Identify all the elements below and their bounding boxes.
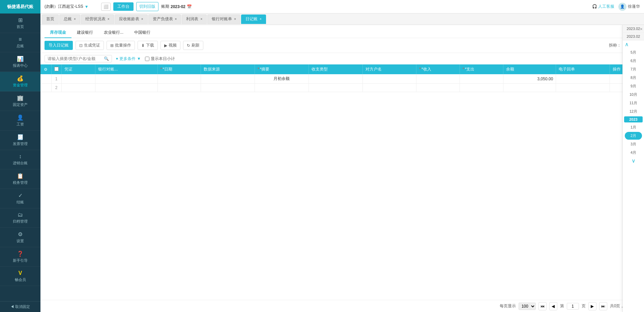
home-icon: ⊞ [18, 17, 23, 23]
date-month-3[interactable]: 3月 [625, 140, 642, 148]
select-all-checkbox[interactable] [54, 67, 59, 71]
date-month-11[interactable]: 11月 [625, 99, 642, 107]
date-month-12[interactable]: 12月 [625, 108, 642, 115]
tab-management-close[interactable]: × [108, 17, 110, 21]
app-logo: 畅捷通易代账 [0, 0, 40, 13]
unfix-sidebar-button[interactable]: ◀ 取消固定 [0, 301, 40, 312]
sidebar-item-tax[interactable]: 📋 税务管理 [0, 169, 40, 189]
sidebar-item-report[interactable]: 📊 报表中心 [0, 52, 40, 72]
last-page-button[interactable]: ⏭ [599, 302, 607, 310]
date-month-8[interactable]: 8月 [625, 74, 642, 82]
date-month-4[interactable]: 4月 [625, 149, 642, 157]
page-number-input[interactable] [567, 303, 579, 310]
video-button[interactable]: ▶ 视频 [160, 41, 180, 50]
date-month-6[interactable]: 6月 [625, 57, 642, 65]
date-panel-header-2: 2023.02 [623, 33, 644, 40]
period-label: 账期 [161, 4, 169, 9]
tab-journal[interactable]: 日记账 × [241, 15, 266, 24]
col-counterpart: 对方户名 [362, 64, 416, 74]
old-version-button[interactable]: 切到旧版 [136, 2, 158, 11]
date-month-9[interactable]: 9月 [625, 82, 642, 90]
sidebar-item-label: 固定资产 [13, 102, 28, 107]
sidebar-item-ledger[interactable]: ≡ 总账 [0, 33, 40, 52]
row-date-cell [157, 84, 201, 92]
search-input[interactable] [48, 56, 103, 61]
page-unit: 页 [582, 303, 586, 309]
sidebar-item-wages[interactable]: 👤 工资 [0, 111, 40, 131]
row-source-cell [201, 74, 255, 84]
tab-profit[interactable]: 利润表 × [182, 15, 207, 24]
sidebar-item-settle[interactable]: ✓ 结账 [0, 189, 40, 208]
tab-receivable-close[interactable]: × [141, 17, 143, 21]
date-month-2-active[interactable]: 2月 [625, 132, 642, 140]
download-button[interactable]: ⬇ 下载 [138, 41, 158, 50]
sidebar-item-label: 工资 [17, 122, 24, 127]
tab-management[interactable]: 经营状况表 × [81, 15, 114, 24]
tab-ledger[interactable]: 总账 × [59, 15, 80, 24]
show-daily-checkbox[interactable]: 显示本日小计 [145, 56, 175, 62]
sidebar-item-inout[interactable]: ↕ 进销台账 [0, 150, 40, 169]
tab-profit-close[interactable]: × [200, 17, 202, 21]
refresh-button[interactable]: ↻ 刷新 [183, 41, 203, 50]
tab-bank[interactable]: 银行对账单 × [207, 15, 240, 24]
date-month-1[interactable]: 1月 [625, 123, 642, 131]
tab-home[interactable]: 首页 [42, 15, 59, 24]
col-settings[interactable]: ⚙ [40, 64, 51, 74]
sidebar-item-invoice[interactable]: 🧾 发票管理 [0, 131, 40, 150]
journal-table-wrap: ⚙ 凭证 银行对账... **日期 数据来源 **摘要 收支类 [40, 64, 644, 300]
sidebar-item-assets[interactable]: 🏢 固定资产 [0, 91, 40, 111]
sidebar-item-guide[interactable]: ❓ 新手引导 [0, 247, 40, 267]
topbar: (勿删）江西超宝-LSS ▼ ⬜ 工作台 切到旧版 账期 2023-02 📅 🎧… [40, 0, 644, 13]
workspace-button[interactable]: 工作台 [113, 2, 134, 11]
tab-assets[interactable]: 资产负债表 × [148, 15, 181, 24]
row-income-cell [416, 84, 460, 92]
per-page-select[interactable]: 100 [519, 303, 536, 310]
tab-ledger-close[interactable]: × [74, 17, 76, 21]
daily-checkbox-input[interactable] [145, 57, 149, 61]
copy-button[interactable]: ⬜ [101, 3, 111, 11]
date-up-arrow[interactable]: ∧ [625, 41, 629, 48]
next-page-button[interactable]: ▶ [588, 302, 596, 310]
company-selector[interactable]: (勿删）江西超宝-LSS ▼ [45, 4, 98, 9]
sidebar-item-home[interactable]: ⊞ 首页 [0, 13, 40, 33]
service-link[interactable]: 🎧 人工客服 [592, 4, 614, 9]
calendar-icon[interactable]: 📅 [187, 4, 192, 9]
sub-tab-nongye[interactable]: 农业银行... [98, 28, 129, 38]
tab-journal-close[interactable]: × [260, 17, 262, 21]
search-wrap[interactable]: 🔍 [45, 55, 112, 62]
col-date: **日期 [157, 64, 201, 74]
date-month-10[interactable]: 10月 [625, 91, 642, 98]
sidebar-item-settings[interactable]: ⚙ 设置 [0, 228, 40, 247]
row-voucher-cell [61, 84, 95, 92]
import-journal-button[interactable]: 导入日记账 [45, 41, 73, 50]
sub-tab-zhongguo[interactable]: 中国银行 [129, 28, 156, 38]
tab-assets-close[interactable]: × [175, 17, 177, 21]
batch-op-button[interactable]: ⊞ 批量操作 [107, 41, 135, 50]
generate-voucher-button[interactable]: ⊡ 生成凭证 [76, 41, 104, 50]
date-down-arrow[interactable]: ∨ [632, 158, 636, 164]
sidebar-item-capital[interactable]: 💰 资金管理 [0, 72, 40, 91]
sidebar-item-vip[interactable]: V 畅会员 [0, 267, 40, 286]
sub-tab-cash[interactable]: 库存现金 [45, 28, 71, 38]
date-month-7[interactable]: 7月 [625, 65, 642, 73]
col-check[interactable] [51, 64, 61, 74]
date-panel-close-button[interactable]: × [640, 26, 643, 32]
sidebar-item-label: 资金管理 [13, 83, 28, 88]
tab-bank-close[interactable]: × [234, 17, 236, 21]
company-dropdown-icon[interactable]: ▼ [85, 4, 89, 9]
first-page-button[interactable]: ⏮ [538, 302, 547, 310]
download-icon: ⬇ [141, 43, 145, 48]
per-page-label: 每页显示 [500, 303, 516, 309]
prev-page-button[interactable]: ◀ [549, 302, 557, 310]
user-menu[interactable]: 👤 徐蓬华 [618, 3, 640, 11]
sidebar: 畅捷通易代账 ⊞ 首页 ≡ 总账 📊 报表中心 💰 资金管理 🏢 固定资产 👤 … [0, 0, 40, 312]
tab-receivable[interactable]: 应收账龄表 × [115, 15, 148, 24]
sub-tab-jianshe[interactable]: 建设银行 [71, 28, 98, 38]
more-filters-button[interactable]: ▾ 更多条件 ▼ [116, 56, 141, 62]
row-counterpart-cell [362, 74, 416, 84]
tab-bank-label: 银行对账单 [212, 16, 232, 22]
sidebar-item-archive[interactable]: 🗂 归档管理 [0, 208, 40, 228]
date-month-5[interactable]: 5月 [625, 49, 642, 56]
col-payment-type: 收支类型 [309, 64, 362, 74]
row-ebill-cell [556, 74, 610, 84]
